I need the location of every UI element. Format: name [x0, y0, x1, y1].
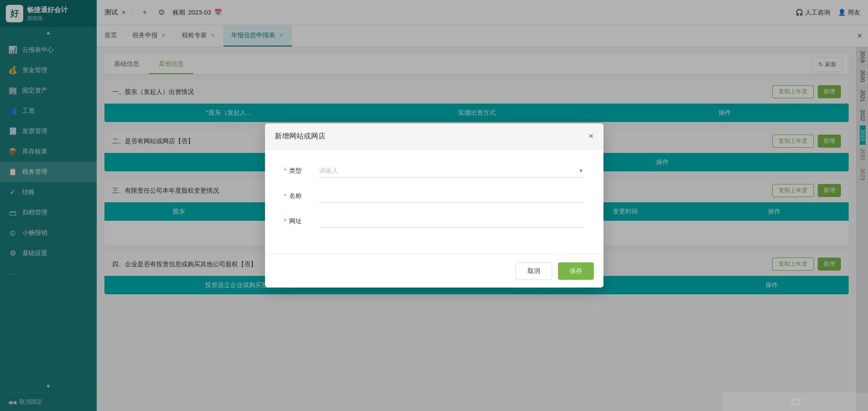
modal-title: 新增网站或网店 — [275, 132, 325, 141]
modal-footer: 取消 保存 — [265, 254, 603, 288]
type-dropdown-icon[interactable]: ▼ — [578, 167, 584, 174]
url-input-wrap — [319, 214, 584, 228]
cancel-btn[interactable]: 取消 — [515, 262, 552, 280]
form-row-name: * 名称 — [284, 189, 584, 203]
name-input[interactable] — [319, 189, 584, 202]
url-label: * 网址 — [284, 217, 313, 226]
add-website-modal: 新增网站或网店 × * 类型 ▼ * 名称 — [265, 123, 603, 288]
type-input[interactable] — [319, 164, 578, 177]
save-btn[interactable]: 保存 — [558, 262, 594, 280]
url-input[interactable] — [319, 214, 584, 228]
type-input-wrap: ▼ — [319, 164, 584, 178]
modal-header: 新增网站或网店 × — [265, 123, 603, 150]
watermark: Ci — [723, 393, 868, 411]
modal-overlay[interactable]: 新增网站或网店 × * 类型 ▼ * 名称 — [0, 0, 868, 411]
modal-body: * 类型 ▼ * 名称 * — [265, 150, 603, 254]
type-label: * 类型 — [284, 167, 313, 175]
form-row-type: * 类型 ▼ — [284, 164, 584, 178]
modal-close-btn[interactable]: × — [588, 131, 594, 141]
name-label: * 名称 — [284, 192, 313, 200]
form-row-url: * 网址 — [284, 214, 584, 228]
name-input-wrap — [319, 189, 584, 203]
